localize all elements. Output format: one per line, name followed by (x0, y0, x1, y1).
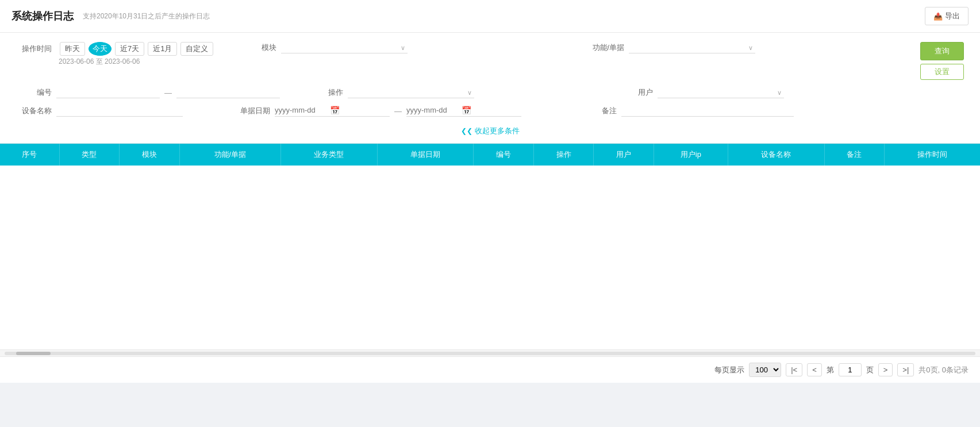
settings-button[interactable]: 设置 (920, 64, 964, 80)
chevron-up-icon: ❮❮ (461, 127, 472, 135)
page-header: 系统操作日志 支持2020年10月31日之后产生的操作日志 📤 导出 (0, 0, 980, 33)
doc-date-end-wrapper: 📅 (406, 106, 521, 117)
module-select[interactable] (281, 42, 408, 53)
doc-date-end[interactable] (406, 106, 458, 114)
col-optime: 操作时间 (884, 144, 980, 166)
page-title: 系统操作日志 (11, 9, 74, 23)
func-label: 功能/单据 (584, 43, 624, 53)
custom-btn[interactable]: 自定义 (180, 42, 213, 56)
col-user: 用户 (594, 144, 654, 166)
summary-text: 共0页, 0条记录 (918, 365, 969, 375)
horizontal-scrollbar[interactable] (0, 349, 980, 356)
today-btn[interactable]: 今天 (89, 42, 112, 56)
number-dash: — (164, 89, 172, 97)
next-page-btn[interactable]: > (878, 363, 893, 376)
last1month-btn[interactable]: 近1月 (148, 42, 177, 56)
export-icon: 📤 (933, 12, 943, 21)
page-unit: 页 (866, 365, 874, 375)
col-action: 操作 (533, 144, 593, 166)
per-page-select[interactable]: 100 50 200 500 (749, 363, 781, 377)
date-dash: — (394, 107, 402, 116)
prev-page-btn[interactable]: < (807, 363, 822, 376)
col-number: 编号 (474, 144, 533, 166)
func-select[interactable] (629, 42, 755, 53)
action-select-wrapper (348, 87, 474, 98)
doc-date-start[interactable] (275, 106, 326, 114)
scrollbar-track (5, 352, 975, 355)
col-device: 设备名称 (728, 144, 824, 166)
time-range-text: 2023-06-06 至 2023-06-06 (59, 57, 140, 66)
col-biztype: 业务类型 (281, 144, 378, 166)
number-label: 编号 (11, 87, 52, 98)
number-input-end[interactable] (176, 87, 280, 98)
last-page-btn[interactable]: >| (897, 363, 914, 376)
device-input[interactable] (56, 105, 183, 117)
remark-label: 备注 (577, 106, 617, 116)
action-label: 操作 (303, 87, 343, 98)
pagination-area: 每页显示 100 50 200 500 |< < 第 页 > >| 共0页, 0… (0, 356, 980, 383)
remark-input[interactable] (621, 105, 794, 117)
last7days-btn[interactable]: 近7天 (115, 42, 144, 56)
doc-date-label: 单据日期 (230, 106, 270, 116)
per-page-label: 每页显示 (714, 365, 744, 375)
user-select[interactable] (658, 87, 784, 98)
page-subtitle: 支持2020年10月31日之后产生的操作日志 (83, 11, 210, 21)
col-remark: 备注 (824, 144, 884, 166)
page-input[interactable] (839, 363, 862, 376)
user-select-wrapper (658, 87, 784, 98)
data-table: 序号 类型 模块 功能/单据 业务类型 单据日期 编号 操作 用户 用户ip 设… (0, 144, 980, 166)
time-label: 操作时间 (11, 44, 52, 54)
action-select[interactable] (348, 87, 474, 98)
table-header: 序号 类型 模块 功能/单据 业务类型 单据日期 编号 操作 用户 用户ip 设… (0, 144, 980, 166)
func-select-wrapper (629, 42, 755, 53)
col-docdate: 单据日期 (377, 144, 474, 166)
page-text: 第 (827, 365, 834, 375)
calendar-icon-end[interactable]: 📅 (462, 106, 471, 115)
number-input-start[interactable] (56, 87, 160, 98)
calendar-icon-start[interactable]: 📅 (330, 106, 340, 115)
module-label: 模块 (236, 43, 276, 53)
col-userip: 用户ip (654, 144, 728, 166)
col-type: 类型 (59, 144, 119, 166)
doc-date-start-wrapper: 📅 (275, 106, 390, 117)
col-module: 模块 (120, 144, 179, 166)
export-button[interactable]: 📤 导出 (925, 7, 969, 25)
col-func: 功能/单据 (179, 144, 280, 166)
module-select-wrapper (281, 42, 408, 53)
query-button[interactable]: 查询 (920, 42, 964, 60)
filter-area: 操作时间 昨天 今天 近7天 近1月 自定义 2023-06-06 至 2023… (0, 33, 980, 144)
action-buttons: 查询 设置 (920, 42, 969, 80)
device-label: 设备名称 (11, 106, 52, 116)
table-container: 序号 类型 模块 功能/单据 业务类型 单据日期 编号 操作 用户 用户ip 设… (0, 144, 980, 349)
scrollbar-thumb[interactable] (16, 352, 51, 355)
col-index: 序号 (0, 144, 59, 166)
user-label: 用户 (613, 87, 653, 98)
first-page-btn[interactable]: |< (786, 363, 802, 376)
collapse-label: 收起更多条件 (475, 126, 520, 136)
collapse-bar[interactable]: ❮❮ 收起更多条件 (11, 121, 969, 139)
yesterday-btn[interactable]: 昨天 (60, 42, 85, 56)
empty-area (0, 166, 980, 349)
